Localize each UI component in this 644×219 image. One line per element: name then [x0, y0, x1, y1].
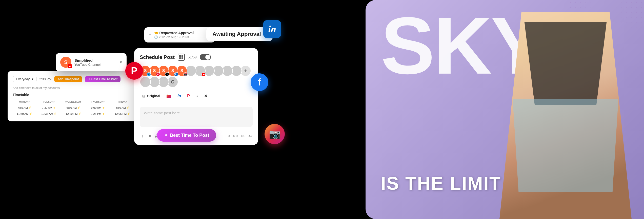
post-tabs: ⊟ Original 📷 in P ♪ ✕: [140, 92, 253, 103]
channel-name: Simplified: [74, 58, 117, 63]
time-cell-fri-1: 8:50 AM ⚡: [111, 105, 134, 110]
channel-info: Simplified YouTube Channel: [74, 58, 117, 67]
timetable-grid: MONDAY TUESDAY WEDNESDAY THURSDAY FRIDAY…: [13, 99, 134, 116]
write-post-area[interactable]: Write some post here...: [140, 107, 253, 127]
spark-icon: ⚡: [28, 106, 31, 109]
time-cell-tue-1: 7:30 AM ⚡: [37, 105, 61, 110]
spark-icon: ⚡: [102, 106, 105, 109]
approval-title: 🤝 Requested Approval: [154, 31, 211, 35]
x-count: X 0: [233, 134, 238, 138]
best-time-small-button[interactable]: ✦ Best Time To Post: [85, 76, 120, 82]
undo-icon[interactable]: ↩: [248, 133, 253, 139]
channel-avatar: S ▶: [60, 57, 71, 68]
tab-instagram[interactable]: 📷: [164, 92, 174, 100]
instagram-badge: 📷: [183, 72, 187, 76]
youtube-badge: ▶: [202, 72, 206, 76]
pinterest-float-icon[interactable]: P: [125, 62, 143, 80]
col-tuesday: TUESDAY: [37, 99, 61, 104]
avatar-grey-7[interactable]: [140, 76, 151, 87]
schedule-title: Schedule Post: [140, 54, 175, 60]
model-body: [492, 12, 639, 219]
channel-card[interactable]: S ▶ Simplified YouTube Channel ▾: [56, 53, 127, 71]
toggle-knob: [205, 55, 210, 60]
sparkle-icon: ✦: [164, 133, 168, 138]
frequency-dropdown[interactable]: Everyday ▾: [13, 76, 37, 82]
time-cell-mon-1: 7:55 AM ⚡: [13, 105, 36, 110]
approval-info: 🤝 Requested Approval 🕐 2:12 PM Aug 19, 2…: [154, 31, 211, 39]
char-count: 0: [228, 134, 230, 138]
time-cell-thu-1: 9:00 AM ⚡: [86, 105, 110, 110]
timetable-header: Everyday ▾ 2:38 PM Add Timepoint ✦ Best …: [13, 76, 134, 82]
chevron-down-icon: ▾: [32, 77, 33, 81]
sportswear-top: [514, 22, 617, 105]
twitter-badge: ✕: [147, 72, 151, 76]
time-cell-mon-2: 11:30 AM ⚡: [13, 111, 36, 116]
spark-icon: ⚡: [127, 113, 130, 115]
spark-icon: ⚡: [77, 106, 80, 109]
post-count: 51/59: [188, 55, 197, 59]
grid-icon[interactable]: [178, 54, 185, 61]
tab-pinterest[interactable]: P: [185, 92, 192, 100]
approval-emoji: 🤝: [154, 31, 158, 35]
tab-original[interactable]: ⊟ Original: [140, 93, 163, 100]
best-time-to-post-button[interactable]: ✦ Best Time To Post: [157, 129, 216, 142]
original-tab-icon: ⊟: [142, 94, 145, 98]
tiktok-badge: ♪: [165, 72, 169, 76]
pinterest-tab-icon: P: [187, 94, 190, 98]
youtube-badge: ▶: [68, 64, 72, 68]
tab-tiktok[interactable]: ♪: [193, 92, 200, 100]
is-the-limit-text: IS THE LIMIT: [381, 173, 501, 194]
grid-dot: [179, 55, 181, 57]
schedule-header: Schedule Post 51/59: [140, 54, 253, 61]
add-timepoint-label: Add timepoint to all of my accounts: [13, 86, 134, 90]
linkedin-badge: in: [174, 72, 178, 76]
tiktok-tab-icon: ♪: [196, 94, 198, 98]
write-placeholder: Write some post here...: [144, 111, 183, 115]
instagram-float-icon[interactable]: 📷: [265, 124, 285, 144]
facebook-float-icon[interactable]: f: [251, 73, 268, 91]
sparkle-icon[interactable]: ✦: [148, 133, 152, 139]
spark-icon: ⚡: [53, 113, 56, 115]
approval-request-card: ≡ 🤝 Requested Approval 🕐 2:12 PM Aug 19,…: [144, 27, 215, 42]
approval-time: 🕐 2:12 PM Aug 19, 2023: [154, 35, 211, 39]
col-thursday: THURSDAY: [86, 99, 110, 104]
time-cell-fri-2: 12:05 PM ⚡: [111, 111, 134, 116]
twitter-tab-icon: ✕: [204, 94, 207, 98]
spark-icon: ⚡: [78, 113, 81, 115]
chevron-down-icon[interactable]: ▾: [120, 59, 122, 65]
add-icon[interactable]: ＋: [140, 133, 145, 139]
col-monday: MONDAY: [13, 99, 36, 104]
linkedin-tab-icon: in: [177, 94, 181, 98]
tab-linkedin[interactable]: in: [175, 92, 184, 100]
channel-sub: YouTube Channel: [74, 63, 117, 67]
instagram-tab-icon: 📷: [166, 94, 171, 98]
model-figure: [492, 12, 639, 219]
frequency-label: Everyday: [16, 77, 30, 81]
time-display: 2:38 PM: [39, 77, 51, 81]
pinterest-badge: P: [156, 72, 160, 76]
time-cell-thu-2: 1:25 PM ⚡: [86, 111, 110, 116]
time-cell-wed-1: 6:30 AM ⚡: [62, 105, 85, 110]
toggle-switch[interactable]: [200, 54, 211, 60]
spark-icon: ⚡: [126, 106, 129, 109]
hash-count: # 0: [241, 134, 245, 138]
avatar-row: S ✕ S P S ♪ S in S 📷 ▶ + C: [140, 65, 253, 87]
clock-icon: 🕐: [154, 35, 158, 39]
add-timepoint-button[interactable]: Add Timepoint: [54, 76, 83, 82]
time-cell-wed-2: 12:20 PM ⚡: [62, 111, 85, 116]
linkedin-float-icon[interactable]: in: [263, 20, 281, 38]
grid-dot: [182, 55, 183, 57]
timetable-card: Everyday ▾ 2:38 PM Add Timepoint ✦ Best …: [8, 71, 139, 121]
timetable-title: Timetable: [13, 93, 134, 97]
time-cell-tue-2: 10:35 AM ⚡: [37, 111, 61, 116]
list-icon: ≡: [149, 31, 152, 37]
spark-icon: ⚡: [102, 113, 105, 115]
grid-dot: [182, 57, 183, 59]
tab-twitter[interactable]: ✕: [202, 92, 210, 100]
col-wednesday: WEDNESDAY: [62, 99, 85, 104]
grid-dot: [179, 57, 181, 59]
sportswear-bottom: [507, 99, 624, 192]
spark-icon: ⚡: [53, 106, 56, 109]
col-friday: FRIDAY: [111, 99, 134, 104]
spark-icon: ⚡: [29, 113, 32, 115]
